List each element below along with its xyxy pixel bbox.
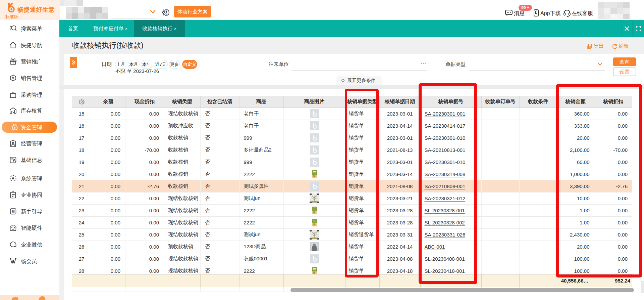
- svg-text:新: 新: [11, 210, 15, 214]
